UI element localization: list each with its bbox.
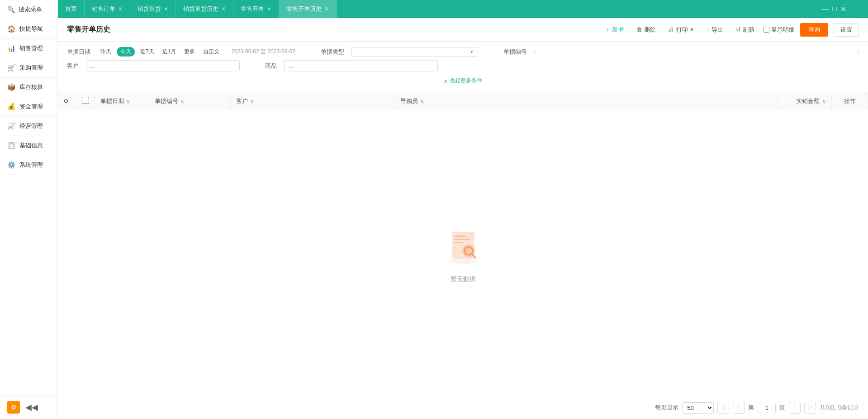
tab-retail-open[interactable]: 零售开单 ✕	[233, 0, 279, 18]
maximize-icon[interactable]: □	[832, 5, 837, 13]
date-opt-yesterday[interactable]: 昨天	[98, 47, 114, 56]
tab-sales-return-close[interactable]: ✕	[164, 6, 168, 12]
collapse-sidebar-button[interactable]: ◀◀	[25, 402, 38, 412]
customer-filter-label: 客户	[67, 62, 79, 70]
sidebar-item-sales-mgmt[interactable]: 📊 销售管理	[0, 39, 57, 58]
number-filter-input[interactable]	[534, 50, 859, 54]
refresh-label: 刷新	[743, 26, 754, 34]
cart-icon: 🛒	[7, 64, 16, 72]
th-date-label: 单据日期	[100, 98, 124, 104]
date-opt-7days[interactable]: 近7天	[138, 47, 157, 56]
pagination-total: 共0页, 0条记录	[820, 404, 859, 412]
sidebar-item-purchase-mgmt[interactable]: 🛒 采购管理	[0, 58, 57, 78]
display-detail-check[interactable]	[764, 27, 769, 33]
per-page-select[interactable]: 50 10 20 100	[682, 402, 714, 414]
collapse-filters-button[interactable]: ∧ 收起更多条件	[67, 75, 859, 86]
chart-icon: 📊	[7, 44, 16, 52]
first-page-button[interactable]: ⟨⟨	[717, 402, 729, 414]
sidebar-item-label: 采购管理	[19, 64, 43, 72]
chevron-down-icon: ▼	[470, 49, 474, 54]
sidebar-footer: ⚙ ◀◀	[0, 395, 57, 419]
settings-button[interactable]: ⚙	[7, 401, 20, 414]
tab-sales-return-history-close[interactable]: ✕	[221, 6, 226, 12]
date-opt-today[interactable]: 今天	[117, 47, 135, 56]
th-action-label: 操作	[844, 98, 856, 104]
tab-sales-order[interactable]: 销售订单 ✕	[85, 0, 130, 18]
print-label: 打印	[676, 26, 688, 34]
number-filter-label: 单据编号	[503, 48, 527, 56]
tab-sales-order-close[interactable]: ✕	[118, 6, 123, 12]
th-settings: ⚙	[58, 92, 76, 110]
trash-icon: 🗑	[636, 26, 642, 33]
svg-rect-2	[454, 235, 465, 237]
table-settings-icon[interactable]: ⚙	[63, 98, 69, 104]
delete-label: 删除	[644, 26, 656, 34]
sidebar-item-label: 经营管理	[19, 122, 43, 130]
tab-bar-controls: — □ ✕	[821, 5, 850, 14]
sidebar-item-quick-nav[interactable]: 🏠 快捷导航	[0, 19, 57, 39]
display-detail-label: 显示明细	[771, 26, 795, 34]
query-button[interactable]: 查询	[800, 23, 828, 37]
tab-retail-open-history-close[interactable]: ✕	[324, 6, 329, 12]
minimize-icon[interactable]: —	[821, 5, 829, 13]
doc-icon: 📋	[7, 141, 16, 150]
display-detail-checkbox[interactable]: 显示明细	[764, 26, 795, 34]
select-all-checkbox[interactable]	[82, 97, 89, 104]
delete-button[interactable]: 🗑 删除	[633, 24, 659, 36]
sidebar-item-finance-mgmt[interactable]: 💰 资金管理	[0, 97, 57, 117]
goods-filter-input[interactable]: ...	[284, 60, 438, 71]
sidebar-item-basic-info[interactable]: 📋 基础信息	[0, 136, 57, 155]
sort-amount-icon[interactable]: ⇅	[822, 99, 826, 104]
page-title: 零售开单历史	[67, 25, 110, 34]
sort-number-icon[interactable]: ⇅	[180, 99, 184, 104]
date-opt-custom[interactable]: 自定义	[200, 47, 222, 56]
export-icon: ↑	[707, 26, 710, 33]
th-checkbox	[76, 92, 95, 110]
close-window-icon[interactable]: ✕	[840, 5, 846, 14]
sidebar-item-system-mgmt[interactable]: ⚙️ 系统管理	[0, 155, 57, 175]
gear-icon: ⚙	[11, 404, 17, 411]
goods-filter-label: 商品	[265, 62, 277, 70]
export-button[interactable]: ↑ 导出	[703, 24, 727, 36]
sidebar-item-operation-mgmt[interactable]: 📈 经营管理	[0, 117, 57, 136]
tab-sales-return[interactable]: 销货退货 ✕	[130, 0, 176, 18]
prev-page-button[interactable]: ⟨	[733, 402, 745, 414]
refresh-button[interactable]: ↺ 刷新	[732, 24, 758, 36]
sort-date-icon[interactable]: ⇅	[126, 99, 130, 104]
th-extra-cols	[449, 92, 777, 110]
print-button[interactable]: 🖨 打印 ▼	[665, 24, 698, 36]
sidebar-item-inventory[interactable]: 📦 库存核算	[0, 78, 57, 97]
box-icon: 📦	[7, 83, 16, 91]
sort-customer-icon[interactable]: ⇅	[250, 99, 254, 104]
th-salesperson: 导购员 ⇅	[394, 92, 449, 110]
type-filter-label: 单据类型	[321, 48, 344, 56]
tab-sales-return-history[interactable]: 销货退货历史 ✕	[176, 0, 233, 18]
tab-retail-open-close[interactable]: ✕	[267, 6, 271, 12]
tab-bar: 首页 销售订单 ✕ 销货退货 ✕ 销货退货历史 ✕ 零售开单 ✕ 零售开单历史 …	[58, 0, 868, 18]
export-label: 导出	[711, 26, 723, 34]
sidebar-search[interactable]: 🔍 搜索采单	[0, 0, 57, 19]
tab-retail-open-history[interactable]: 零售开单历史 ✕	[279, 0, 337, 18]
page-number-input[interactable]	[758, 403, 776, 413]
next-page-button[interactable]: ⟩	[789, 402, 801, 414]
th-number-label: 单据编号	[155, 98, 178, 104]
type-filter-select[interactable]: ▼	[351, 47, 478, 56]
th-customer: 客户 ⇅	[230, 92, 394, 110]
sort-salesperson-icon[interactable]: ⇅	[420, 99, 424, 104]
sidebar-item-label: 库存核算	[19, 83, 43, 91]
date-opt-1month[interactable]: 近1月	[160, 47, 179, 56]
last-page-button[interactable]: ⟩⟩	[804, 402, 816, 414]
tab-home-label: 首页	[65, 5, 77, 13]
filter-row-1: 单据日期 昨天 今天 近7天 近1月 更多 自定义 2023-06-02 至 2…	[67, 47, 859, 56]
new-button[interactable]: ＋ 新增	[601, 24, 627, 36]
plus-icon: ＋	[604, 26, 610, 34]
sidebar-item-label: 系统管理	[19, 161, 43, 169]
tab-home[interactable]: 首页	[58, 0, 85, 18]
date-opt-more[interactable]: 更多	[181, 47, 198, 56]
setting-button[interactable]: 设置	[834, 23, 859, 37]
empty-text: 暂无数据	[451, 275, 476, 283]
customer-filter-input[interactable]: ...	[86, 60, 240, 71]
page-header: 零售开单历史 ＋ 新增 🗑 删除 🖨 打印 ▼ ↑ 导出 ↺ 刷新	[58, 18, 868, 42]
sidebar-item-label: 快捷导航	[19, 25, 43, 33]
page-label: 页	[779, 404, 785, 412]
